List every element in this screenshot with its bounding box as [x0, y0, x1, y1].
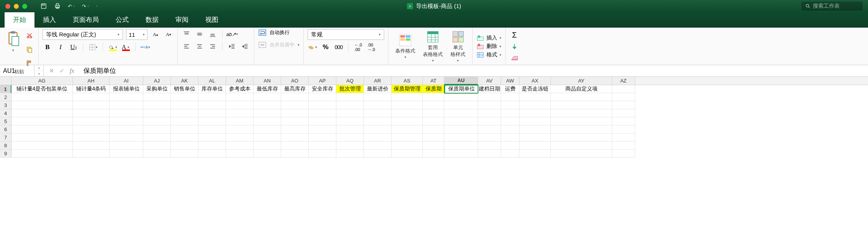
cell-AG3[interactable] — [11, 101, 73, 109]
minimize-window-button[interactable] — [14, 4, 19, 9]
col-header-AW[interactable]: AW — [501, 77, 519, 85]
col-header-AZ[interactable]: AZ — [612, 77, 635, 85]
cell-AP5[interactable] — [309, 117, 336, 125]
select-all-corner[interactable] — [0, 77, 11, 85]
orientation-button[interactable]: ab↗ ▾ — [227, 29, 237, 39]
qat-customize-icon[interactable]: ▾ — [96, 4, 98, 8]
font-size-select[interactable]: 11▾ — [126, 29, 147, 40]
cut-button[interactable] — [25, 31, 34, 41]
cell-AO2[interactable] — [281, 93, 309, 101]
cell-AQ1[interactable]: 批次管理 — [336, 85, 364, 93]
cell-AQ4[interactable] — [336, 109, 364, 117]
cell-AN7[interactable] — [254, 133, 281, 142]
cell-AG9[interactable] — [11, 150, 73, 158]
save-icon[interactable] — [40, 3, 47, 10]
cell-AH8[interactable] — [73, 142, 110, 150]
cell-AK9[interactable] — [171, 150, 198, 158]
col-header-AL[interactable]: AL — [198, 77, 226, 85]
cell-AG2[interactable] — [11, 93, 73, 101]
row-header-2[interactable]: 2 — [0, 93, 11, 101]
col-header-AM[interactable]: AM — [226, 77, 254, 85]
accept-formula-button[interactable]: ✓ — [59, 67, 64, 74]
cell-AL9[interactable] — [198, 150, 226, 158]
tab-审阅[interactable]: 审阅 — [167, 12, 197, 28]
tab-页面布局[interactable]: 页面布局 — [64, 12, 107, 28]
cell-styles-button[interactable]: 单元 格样式▾ — [447, 30, 468, 63]
cell-AX7[interactable] — [519, 133, 551, 142]
cell-AM5[interactable] — [226, 117, 254, 125]
cell-AS5[interactable] — [391, 117, 423, 125]
format-as-table-button[interactable]: 套用 表格格式▾ — [420, 30, 446, 63]
row-header-5[interactable]: 5 — [0, 117, 11, 125]
col-header-AJ[interactable]: AJ — [143, 77, 171, 85]
autosum-button[interactable]: Σ — [509, 30, 519, 40]
cell-AT8[interactable] — [423, 142, 444, 150]
cell-AU4[interactable] — [444, 109, 478, 117]
cell-AS9[interactable] — [391, 150, 423, 158]
cell-AO9[interactable] — [281, 150, 309, 158]
cell-AY4[interactable] — [551, 109, 612, 117]
cell-AM3[interactable] — [226, 101, 254, 109]
comma-style-button[interactable]: 000 — [334, 42, 344, 52]
cell-AW8[interactable] — [501, 142, 519, 150]
cell-AP6[interactable] — [309, 125, 336, 133]
cell-AQ3[interactable] — [336, 101, 364, 109]
cell-AS8[interactable] — [391, 142, 423, 150]
borders-button[interactable]: ▾ — [88, 42, 98, 52]
cell-AJ6[interactable] — [143, 125, 171, 133]
cell-AH6[interactable] — [73, 125, 110, 133]
fx-icon[interactable]: fx — [70, 67, 74, 74]
row-header-4[interactable]: 4 — [0, 109, 11, 117]
cell-AM9[interactable] — [226, 150, 254, 158]
cell-AK1[interactable]: 销售单位 — [171, 85, 198, 93]
row-header-8[interactable]: 8 — [0, 142, 11, 150]
cell-AR5[interactable] — [364, 117, 391, 125]
cell-AJ7[interactable] — [143, 133, 171, 142]
cell-AH2[interactable] — [73, 93, 110, 101]
cell-AR2[interactable] — [364, 93, 391, 101]
cell-AJ1[interactable]: 采购单位 — [143, 85, 171, 93]
decrease-indent-button[interactable] — [227, 41, 237, 51]
number-format-select[interactable]: 常规▾ — [308, 29, 384, 40]
cell-AQ7[interactable] — [336, 133, 364, 142]
tab-数据[interactable]: 数据 — [137, 12, 167, 28]
cell-AX4[interactable] — [519, 109, 551, 117]
cell-AX1[interactable]: 是否走冻链 — [519, 85, 551, 93]
col-header-AY[interactable]: AY — [551, 77, 612, 85]
cell-AO1[interactable]: 最高库存 — [281, 85, 309, 93]
cell-AN3[interactable] — [254, 101, 281, 109]
cell-AW2[interactable] — [501, 93, 519, 101]
cell-AT2[interactable] — [423, 93, 444, 101]
cell-AH3[interactable] — [73, 101, 110, 109]
row-header-3[interactable]: 3 — [0, 101, 11, 109]
cell-AY3[interactable] — [551, 101, 612, 109]
cell-AZ5[interactable] — [612, 117, 635, 125]
cell-AN8[interactable] — [254, 142, 281, 150]
cell-AV6[interactable] — [478, 125, 501, 133]
merge-center-button[interactable]: 合并后居中 ▾ — [258, 41, 300, 48]
cell-AU7[interactable] — [444, 133, 478, 142]
undo-button[interactable]: ↶ ▾ — [68, 3, 75, 9]
cell-AZ9[interactable] — [612, 150, 635, 158]
cell-AP3[interactable] — [309, 101, 336, 109]
cell-AM4[interactable] — [226, 109, 254, 117]
cell-AX9[interactable] — [519, 150, 551, 158]
cell-AS7[interactable] — [391, 133, 423, 142]
col-header-AR[interactable]: AR — [364, 77, 391, 85]
cell-AI8[interactable] — [110, 142, 143, 150]
align-bottom-button[interactable] — [208, 29, 218, 39]
cell-AS2[interactable] — [391, 93, 423, 101]
align-left-button[interactable] — [182, 41, 192, 51]
cell-AZ3[interactable] — [612, 101, 635, 109]
cell-AT5[interactable] — [423, 117, 444, 125]
format-cells-button[interactable]: 格式▾ — [477, 51, 501, 58]
cell-AS3[interactable] — [391, 101, 423, 109]
cell-AM8[interactable] — [226, 142, 254, 150]
cell-AZ6[interactable] — [612, 125, 635, 133]
phonetic-guide-button[interactable]: abcA ▾ — [140, 42, 150, 52]
cancel-formula-button[interactable]: ✕ — [49, 67, 54, 74]
row-header-6[interactable]: 6 — [0, 125, 11, 133]
cell-AN2[interactable] — [254, 93, 281, 101]
cell-AR8[interactable] — [364, 142, 391, 150]
cell-AL8[interactable] — [198, 142, 226, 150]
